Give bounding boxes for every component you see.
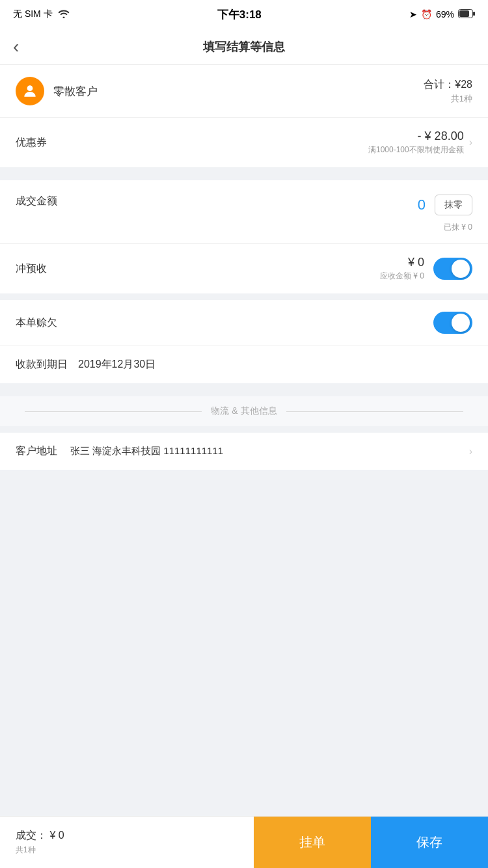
status-time: 下午3:18 bbox=[217, 7, 262, 22]
svg-rect-1 bbox=[459, 10, 469, 17]
debit-section: 本单赊欠 收款到期日 2019年12月30日 bbox=[0, 300, 488, 383]
due-date-value[interactable]: 2019年12月30日 bbox=[78, 358, 156, 372]
wifi-icon bbox=[58, 9, 70, 20]
prepay-right: ¥ 0 应收金额 ¥ 0 bbox=[380, 256, 472, 282]
logistics-section: 物流 & 其他信息 bbox=[0, 396, 488, 426]
transaction-section: 成交金额 0 抹零 已抹 ¥ 0 冲预收 ¥ 0 应收金额 ¥ 0 bbox=[0, 180, 488, 293]
bottom-summary-top: 成交： ¥ 0 bbox=[16, 829, 238, 843]
separator-4 bbox=[0, 426, 488, 433]
due-date-row: 收款到期日 2019年12月30日 bbox=[0, 346, 488, 383]
prepay-amount: ¥ 0 bbox=[380, 256, 424, 269]
prepay-row: 冲预收 ¥ 0 应收金额 ¥ 0 bbox=[0, 243, 488, 293]
customer-section: 零散客户 合计：¥28 共1种 优惠券 - ¥ 28.00 满1000-100不… bbox=[0, 65, 488, 167]
bottom-summary: 成交： ¥ 0 共1种 bbox=[0, 829, 254, 856]
prepay-toggle[interactable] bbox=[433, 258, 472, 280]
bottom-summary-count: 共1种 bbox=[16, 845, 238, 856]
svg-point-3 bbox=[27, 85, 33, 91]
coupon-info: - ¥ 28.00 满1000-100不限制使用金额 bbox=[368, 129, 464, 156]
location-icon: ➤ bbox=[409, 9, 417, 20]
customer-name: 零散客户 bbox=[53, 84, 98, 99]
summary-amount: ¥ 0 bbox=[49, 830, 64, 841]
separator-3 bbox=[0, 390, 488, 396]
alarm-icon: ⏰ bbox=[421, 9, 432, 20]
total-count: 共1种 bbox=[424, 93, 472, 105]
round-button[interactable]: 抹零 bbox=[435, 195, 472, 215]
summary-label: 成交： bbox=[16, 830, 47, 841]
prepay-amount-col: ¥ 0 应收金额 ¥ 0 bbox=[380, 256, 424, 282]
transaction-right: 0 抹零 bbox=[418, 195, 472, 215]
status-bar: 无 SIM 卡 下午3:18 ➤ ⏰ 69% bbox=[0, 0, 488, 29]
back-button[interactable]: ‹ bbox=[13, 36, 19, 57]
transaction-value[interactable]: 0 bbox=[418, 197, 426, 213]
hang-button[interactable]: 挂单 bbox=[254, 817, 371, 869]
address-label: 客户地址 bbox=[16, 444, 57, 458]
bottom-bar: 成交： ¥ 0 共1种 挂单 保存 bbox=[0, 816, 488, 868]
logistics-title: 物流 & 其他信息 bbox=[211, 405, 277, 417]
avatar bbox=[16, 77, 44, 105]
debit-row: 本单赊欠 bbox=[0, 300, 488, 346]
customer-left: 零散客户 bbox=[16, 77, 98, 105]
prepay-sub: 应收金额 ¥ 0 bbox=[380, 271, 424, 282]
prepay-label: 冲预收 bbox=[16, 262, 47, 276]
customer-right: 合计：¥28 共1种 bbox=[424, 78, 472, 105]
svg-rect-2 bbox=[473, 12, 475, 16]
page-title: 填写结算等信息 bbox=[203, 39, 285, 55]
address-section: 客户地址 张三 海淀永丰科技园 11111111111 › bbox=[0, 433, 488, 470]
transaction-sub: 已抹 ¥ 0 bbox=[444, 223, 472, 232]
battery-text: 69% bbox=[436, 9, 454, 20]
transaction-label: 成交金额 bbox=[16, 195, 57, 208]
status-right: ➤ ⏰ 69% bbox=[409, 9, 475, 20]
person-icon bbox=[21, 83, 38, 100]
coupon-chevron-icon: › bbox=[469, 137, 472, 148]
transaction-row: 成交金额 0 抹零 bbox=[0, 180, 488, 221]
save-button[interactable]: 保存 bbox=[371, 817, 488, 869]
content-area: 零散客户 合计：¥28 共1种 优惠券 - ¥ 28.00 满1000-100不… bbox=[0, 65, 488, 535]
nav-bar: ‹ 填写结算等信息 bbox=[0, 29, 488, 65]
debit-label: 本单赊欠 bbox=[16, 316, 57, 330]
coupon-label: 优惠券 bbox=[16, 136, 47, 150]
status-left: 无 SIM 卡 bbox=[13, 8, 70, 20]
battery-icon bbox=[458, 9, 475, 20]
coupon-desc: 满1000-100不限制使用金额 bbox=[368, 144, 464, 156]
address-row[interactable]: 客户地址 张三 海淀永丰科技园 11111111111 › bbox=[0, 433, 488, 470]
separator-2 bbox=[0, 293, 488, 300]
address-value: 张三 海淀永丰科技园 11111111111 bbox=[70, 445, 469, 457]
logistics-header: 物流 & 其他信息 bbox=[0, 396, 488, 426]
total-amount: 合计：¥28 bbox=[424, 78, 472, 92]
coupon-row[interactable]: 优惠券 - ¥ 28.00 满1000-100不限制使用金额 › bbox=[0, 117, 488, 167]
customer-row: 零散客户 合计：¥28 共1种 bbox=[0, 65, 488, 117]
coupon-discount: - ¥ 28.00 bbox=[368, 129, 464, 143]
sim-signal: 无 SIM 卡 bbox=[13, 8, 53, 20]
bottom-spacer bbox=[0, 476, 488, 535]
debit-toggle[interactable] bbox=[433, 312, 472, 334]
address-chevron-icon: › bbox=[469, 446, 472, 457]
due-date-label: 收款到期日 bbox=[16, 358, 68, 372]
separator-1 bbox=[0, 174, 488, 180]
coupon-right: - ¥ 28.00 满1000-100不限制使用金额 › bbox=[368, 129, 472, 156]
